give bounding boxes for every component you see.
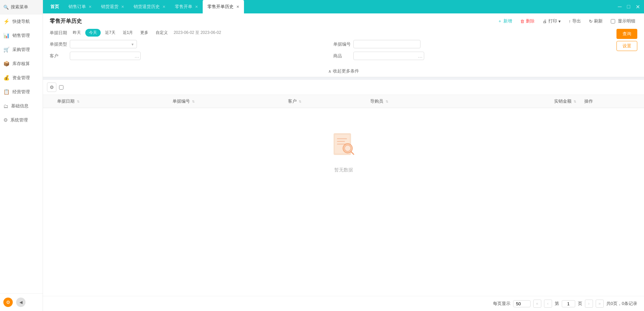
refresh-icon: ↻ <box>589 19 593 24</box>
print-label: 打印 <box>548 18 557 24</box>
sidebar-item-operations[interactable]: 📋 经营管理 <box>0 85 43 99</box>
display-detail-checkbox[interactable] <box>611 19 615 23</box>
toolbar: ＋ 新增 🗑 删除 🖨 打印 ▾ ↑ 导出 <box>496 17 638 25</box>
sidebar-item-label: 销售管理 <box>12 33 30 39</box>
tab-home[interactable]: 首页 <box>46 0 64 13</box>
main-area: 首页 销售订单 ✕ 销货退货 ✕ 销货退货历史 ✕ 零售开单 ✕ 零售开单历史 … <box>43 0 644 311</box>
tab-sales-order-close[interactable]: ✕ <box>89 5 92 9</box>
tab-sales-return-label: 销货退货 <box>101 4 118 10</box>
tab-sales-return-history-close[interactable]: ✕ <box>162 5 165 9</box>
sidebar-item-label: 快捷导航 <box>12 18 30 24</box>
th-date[interactable]: 单据日期 ⇅ <box>53 95 168 108</box>
svg-rect-3 <box>337 141 345 142</box>
table-wrapper: 单据日期 ⇅ 单据编号 ⇅ 客户 ⇅ <box>43 95 644 296</box>
sort-date-icon: ⇅ <box>77 100 80 103</box>
last-page-icon: » <box>598 301 601 306</box>
export-button[interactable]: ↑ 导出 <box>567 17 583 25</box>
date-btn-more[interactable]: 更多 <box>137 29 151 37</box>
empty-state-icon <box>327 128 360 162</box>
sidebar-item-inventory[interactable]: 📦 库存核算 <box>0 57 43 71</box>
empty-state: 暂无数据 <box>43 108 644 193</box>
next-page-button[interactable]: › <box>585 300 593 308</box>
date-btn-yesterday[interactable]: 昨天 <box>70 29 84 37</box>
sort-salesperson-icon: ⇅ <box>386 100 388 103</box>
export-label: 导出 <box>572 18 581 24</box>
sidebar-collapse-button[interactable]: ◀ <box>16 298 26 307</box>
page-header-top: 零售开单历史 ＋ 新增 🗑 删除 🖨 打印 ▾ <box>50 17 637 25</box>
tab-sales-return[interactable]: 销货退货 ✕ <box>96 0 129 13</box>
sidebar-item-basic-info[interactable]: 🗂 基础信息 <box>0 99 43 113</box>
date-range-display: 2023-06-02 至 2023-06-02 <box>174 30 221 36</box>
tab-retail-open-history-close[interactable]: ✕ <box>236 5 239 9</box>
th-amount[interactable]: 实销金额 ⇅ <box>465 95 580 108</box>
tab-sales-return-history[interactable]: 销货退货历史 ✕ <box>129 0 170 13</box>
product-input[interactable] <box>354 52 417 60</box>
th-num[interactable]: 单据编号 ⇅ <box>168 95 284 108</box>
print-button[interactable]: 🖨 打印 ▾ <box>541 17 563 25</box>
total-label: 共0页，0条记录 <box>606 301 637 307</box>
window-close-button[interactable]: ✕ <box>634 2 641 11</box>
customer-label: 客户 <box>50 53 67 59</box>
tab-sales-order[interactable]: 销售订单 ✕ <box>64 0 96 13</box>
table-settings-button[interactable]: ⚙ <box>47 83 56 92</box>
date-btn-last-month[interactable]: 近1月 <box>120 29 136 37</box>
settings-gear-button[interactable]: ⚙ <box>3 298 13 307</box>
sidebar-item-sys-mgmt[interactable]: ⚙ 系统管理 <box>0 113 43 127</box>
filter-field-customer: 客户 ... <box>50 52 327 60</box>
collapse-more-button[interactable]: ∧ 收起更多条件 <box>50 67 637 77</box>
page-number-input[interactable] <box>562 300 575 307</box>
product-dots-btn[interactable]: ... <box>417 53 424 59</box>
refresh-button[interactable]: ↻ 刷新 <box>587 17 605 25</box>
collapse-icon: ∧ <box>328 69 332 74</box>
window-maximize-button[interactable]: □ <box>626 2 632 11</box>
purchase-mgmt-icon: 🛒 <box>3 47 10 53</box>
sidebar-search[interactable]: 🔍 搜索菜单 <box>0 0 43 14</box>
filter-field-date: 单据日期 昨天 今天 近7天 近1月 更多 自定义 2023-06-02 至 2… <box>50 29 610 37</box>
page-suffix: 页 <box>578 301 582 307</box>
date-btn-custom[interactable]: 自定义 <box>153 29 171 37</box>
first-page-button[interactable]: « <box>533 300 541 308</box>
sidebar-item-purchase-mgmt[interactable]: 🛒 采购管理 <box>0 43 43 57</box>
sidebar-item-quick-nav[interactable]: ⚡ 快捷导航 <box>0 14 43 29</box>
doc-num-label: 单据编号 <box>333 41 351 47</box>
add-button[interactable]: ＋ 新增 <box>496 17 514 25</box>
tab-retail-open-history[interactable]: 零售开单历史 ✕ <box>203 0 244 13</box>
sort-amount-icon: ⇅ <box>574 100 576 103</box>
customer-dots-btn[interactable]: ... <box>133 53 140 59</box>
filter-row-2: 单据类型 单据编号 <box>50 40 610 48</box>
prev-page-button[interactable]: ‹ <box>544 300 552 308</box>
inventory-icon: 📦 <box>3 61 10 67</box>
sidebar-item-sales-mgmt[interactable]: 📊 销售管理 <box>0 29 43 43</box>
select-all-checkbox[interactable] <box>59 85 63 90</box>
product-label: 商品 <box>333 53 351 59</box>
query-button[interactable]: 查询 <box>616 29 637 39</box>
filter-field-product: 商品 ... <box>333 52 610 60</box>
sort-num-icon: ⇅ <box>192 100 195 103</box>
print-icon: 🖨 <box>543 19 547 24</box>
last-page-button[interactable]: » <box>596 300 604 308</box>
th-customer[interactable]: 客户 ⇅ <box>284 95 366 108</box>
date-btn-last7[interactable]: 近7天 <box>102 29 118 37</box>
sidebar-item-label: 库存核算 <box>12 61 30 67</box>
setting-button[interactable]: 设置 <box>616 41 637 51</box>
tab-retail-open[interactable]: 零售开单 ✕ <box>170 0 203 13</box>
tab-retail-open-label: 零售开单 <box>175 4 192 10</box>
customer-input[interactable] <box>70 52 133 60</box>
display-detail-button[interactable]: 显示明细 <box>609 17 637 25</box>
date-filter-group: 昨天 今天 近7天 近1月 更多 自定义 2023-06-02 至 2023-0… <box>70 29 221 37</box>
filter-field-doc-num: 单据编号 <box>333 40 610 48</box>
sidebar-item-label: 经营管理 <box>12 89 30 95</box>
date-btn-today[interactable]: 今天 <box>85 29 101 37</box>
tab-bar: 首页 销售订单 ✕ 销货退货 ✕ 销货退货历史 ✕ 零售开单 ✕ 零售开单历史 … <box>43 0 644 13</box>
basic-info-icon: 🗂 <box>3 103 8 109</box>
sidebar-item-finance[interactable]: 💰 资金管理 <box>0 71 43 85</box>
doc-type-select[interactable] <box>70 40 137 48</box>
first-page-icon: « <box>536 301 538 306</box>
window-minimize-button[interactable]: ─ <box>616 2 623 11</box>
th-salesperson[interactable]: 导购员 ⇅ <box>366 95 465 108</box>
per-page-select[interactable]: 10 20 50 100 <box>513 300 531 307</box>
tab-retail-open-close[interactable]: ✕ <box>195 5 198 9</box>
delete-button[interactable]: 🗑 删除 <box>518 17 537 25</box>
tab-sales-return-close[interactable]: ✕ <box>121 5 124 9</box>
doc-num-input[interactable] <box>353 40 420 48</box>
